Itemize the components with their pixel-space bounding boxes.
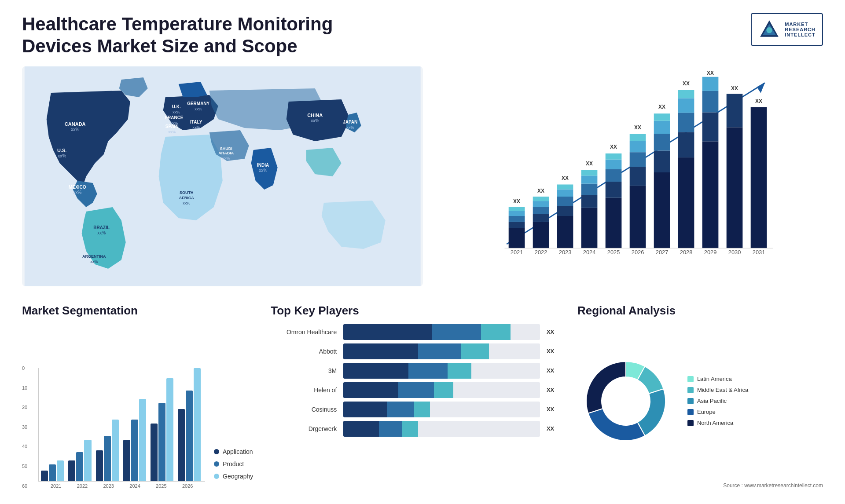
header: Healthcare Temperature Monitoring Device… (22, 13, 823, 58)
seg-group (96, 420, 119, 481)
player-row: AbbottXX (271, 343, 560, 359)
svg-rect-50 (557, 216, 573, 248)
svg-text:XX: XX (756, 98, 763, 104)
svg-rect-68 (630, 186, 646, 248)
seg-x-label: 2022 (69, 483, 96, 489)
segmentation-title: Market Segmentation (22, 304, 253, 318)
application-dot (214, 449, 219, 454)
svg-rect-40 (509, 216, 525, 222)
svg-rect-46 (533, 207, 549, 214)
player-row: DrgerwerkXX (271, 421, 560, 437)
regional-legend-dot (687, 409, 694, 415)
regional-container: Regional Analysis Latin AmericaMiddle Ea… (577, 304, 823, 489)
svg-text:MEXICO: MEXICO (69, 185, 86, 190)
svg-text:xx%: xx% (311, 118, 319, 123)
svg-text:xx%: xx% (346, 125, 354, 130)
seg-bar-product (186, 391, 193, 481)
world-map: CANADA xx% U.S. xx% MEXICO xx% BRAZIL xx… (22, 66, 423, 286)
regional-legend-item: Middle East & Africa (687, 387, 748, 393)
svg-rect-86 (702, 141, 719, 248)
svg-marker-37 (757, 83, 765, 93)
player-seg2 (398, 382, 434, 398)
seg-bar-application (151, 424, 158, 481)
seg-chart-area: 60 50 40 30 20 10 0 20212022202320242025… (22, 324, 253, 489)
player-seg3 (402, 421, 418, 437)
svg-rect-77 (654, 121, 670, 133)
svg-text:XX: XX (514, 198, 521, 204)
players-container: Top Key Players Omron HealthcareXXAbbott… (271, 304, 560, 489)
svg-text:xx%: xx% (192, 125, 200, 130)
svg-text:XX: XX (586, 160, 593, 166)
donut-segment (586, 362, 626, 413)
seg-bar-product (158, 403, 165, 481)
seg-bar-application (41, 471, 48, 481)
bar-chart-container: XX XX XX (441, 66, 823, 286)
svg-rect-89 (702, 77, 719, 91)
regional-legend-label: Middle East & Africa (697, 387, 748, 393)
regional-legend-item: Asia Pacific (687, 398, 748, 404)
player-seg1 (343, 324, 432, 340)
svg-rect-52 (557, 197, 573, 206)
svg-rect-65 (606, 159, 622, 169)
seg-bar-application (96, 450, 103, 481)
svg-rect-83 (678, 98, 694, 113)
svg-rect-60 (581, 170, 598, 175)
geography-dot (214, 474, 219, 479)
seg-bar-product (131, 420, 138, 481)
svg-text:AFRICA: AFRICA (179, 196, 194, 200)
seg-bar-product (49, 464, 56, 481)
seg-bar-product (104, 436, 111, 481)
svg-rect-72 (630, 134, 646, 141)
seg-x-label: 2026 (174, 483, 201, 489)
regional-title: Regional Analysis (577, 304, 823, 318)
seg-bars-wrapper: 202120222023202420252026 (38, 368, 205, 489)
svg-rect-94 (751, 107, 767, 248)
regional-legend-dot (687, 398, 694, 404)
regional-legend-label: North America (697, 420, 733, 426)
seg-bar-geography (139, 399, 146, 481)
seg-legend: Application Product Geography (214, 439, 253, 489)
svg-text:2029: 2029 (704, 249, 717, 256)
svg-text:2028: 2028 (680, 249, 693, 256)
player-seg2 (387, 402, 415, 417)
donut-chart (577, 353, 674, 449)
svg-rect-45 (533, 214, 549, 222)
logo-text: MARKET RESEARCH INTELLECT (785, 22, 816, 37)
svg-text:XX: XX (731, 85, 738, 91)
player-row: Omron HealthcareXX (271, 324, 560, 340)
player-seg2 (418, 343, 461, 359)
seg-bar-geography (194, 368, 201, 481)
seg-group (68, 440, 91, 481)
regional-legend-label: Asia Pacific (697, 398, 727, 404)
svg-text:XX: XX (538, 188, 545, 194)
player-bar (343, 421, 540, 437)
svg-text:CANADA: CANADA (65, 121, 86, 127)
svg-rect-69 (630, 167, 646, 186)
regional-legend-item: Latin America (687, 376, 748, 382)
players-title: Top Key Players (271, 304, 560, 318)
player-row: 3MXX (271, 363, 560, 379)
svg-text:XX: XX (683, 80, 690, 87)
logo-icon (758, 18, 780, 40)
seg-bar-product (76, 452, 83, 481)
svg-text:ARGENTINA: ARGENTINA (82, 254, 106, 259)
player-xx-label: XX (547, 329, 560, 335)
svg-text:ITALY: ITALY (190, 120, 202, 124)
seg-group (151, 378, 173, 481)
svg-text:xx%: xx% (97, 230, 106, 235)
svg-rect-47 (533, 201, 549, 207)
svg-text:xx%: xx% (168, 130, 176, 134)
svg-text:2027: 2027 (656, 249, 669, 256)
regional-legend-label: Europe (697, 409, 716, 415)
svg-text:xx%: xx% (58, 153, 66, 158)
regional-legend-item: North America (687, 420, 748, 426)
player-row: CosinussXX (271, 402, 560, 417)
regional-legend: Latin AmericaMiddle East & AfricaAsia Pa… (687, 376, 748, 426)
svg-rect-91 (727, 127, 743, 248)
segmentation-container: Market Segmentation 60 50 40 30 20 10 0 (22, 304, 253, 489)
bottom-section: Market Segmentation 60 50 40 30 20 10 0 (22, 304, 823, 489)
svg-rect-48 (533, 197, 549, 201)
seg-x-label: 2024 (122, 483, 148, 489)
svg-text:ARABIA: ARABIA (218, 151, 234, 155)
svg-text:xx%: xx% (71, 127, 79, 132)
